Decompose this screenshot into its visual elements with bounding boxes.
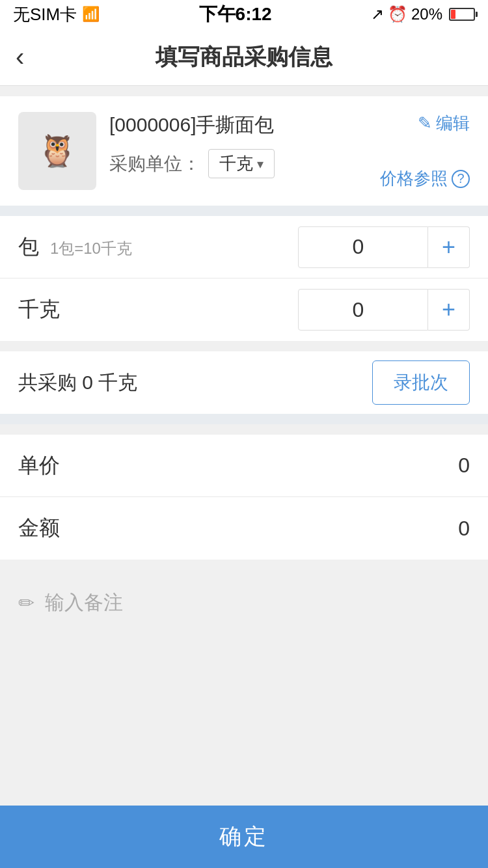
product-image: 🦉 — [18, 112, 96, 190]
location-icon: ↗ — [371, 5, 384, 23]
status-left: 无SIM卡 📶 — [13, 3, 100, 26]
unit-price-row: 单价 0 — [0, 435, 488, 497]
unit-price-value: 0 — [458, 454, 470, 478]
amount-label: 金额 — [18, 514, 60, 543]
amount-value: 0 — [458, 517, 470, 541]
price-ref-label: 价格参照 — [380, 167, 448, 190]
status-right: ↗ ⏰ 20% — [371, 5, 475, 23]
kg-input-wrapper: + — [298, 289, 470, 331]
edit-button[interactable]: ✎ 编辑 — [418, 112, 470, 135]
bag-input-row: 包 1包=10千克 + — [0, 216, 488, 278]
price-ref-button[interactable]: 价格参照 ? — [380, 167, 470, 190]
unit-selector[interactable]: 千克 ▾ — [208, 149, 275, 178]
back-button[interactable]: ‹ — [16, 42, 24, 72]
kg-label: 千克 — [18, 295, 298, 324]
bag-plus-button[interactable]: + — [428, 226, 470, 268]
input-section: 包 1包=10千克 + 千克 + — [0, 216, 488, 341]
notes-section[interactable]: ✏ 输入备注 — [0, 570, 488, 635]
summary-row: 共采购 0 千克 录批次 — [0, 351, 488, 414]
kg-input-row: 千克 + — [0, 278, 488, 341]
divider-2 — [0, 414, 488, 424]
page-title: 填写商品采购信息 — [156, 42, 332, 72]
carrier-text: 无SIM卡 — [13, 3, 77, 26]
bag-input[interactable] — [298, 226, 428, 268]
confirm-button[interactable]: 确定 — [0, 806, 488, 868]
battery-icon — [449, 8, 475, 21]
edit-label: 编辑 — [436, 112, 470, 135]
price-section: 单价 0 金额 0 — [0, 435, 488, 560]
bag-input-wrapper: + — [298, 226, 470, 268]
summary-section: 共采购 0 千克 录批次 — [0, 351, 488, 414]
record-batch-button[interactable]: 录批次 — [372, 360, 470, 405]
kg-plus-button[interactable]: + — [428, 289, 470, 331]
nav-bar: ‹ 填写商品采购信息 — [0, 29, 488, 86]
battery-text: 20% — [411, 5, 442, 23]
divider-1 — [0, 206, 488, 216]
product-card: 🦉 [0000006]手撕面包 采购单位： 千克 ▾ ✎ 编辑 价格参照 ? — [0, 96, 488, 206]
question-icon: ? — [452, 170, 470, 188]
summary-text: 共采购 0 千克 — [18, 370, 137, 396]
bottom-space — [0, 635, 488, 830]
status-bar: 无SIM卡 📶 下午6:12 ↗ ⏰ 20% — [0, 0, 488, 29]
unit-price-label: 单价 — [18, 452, 60, 480]
unit-value: 千克 — [219, 152, 253, 175]
wifi-icon: 📶 — [82, 6, 100, 23]
notes-placeholder: 输入备注 — [45, 590, 123, 616]
kg-input[interactable] — [298, 289, 428, 331]
bag-label: 包 1包=10千克 — [18, 233, 298, 262]
amount-row: 金额 0 — [0, 497, 488, 560]
status-time: 下午6:12 — [199, 2, 272, 27]
unit-label: 采购单位： — [109, 152, 200, 176]
chevron-down-icon: ▾ — [257, 156, 264, 172]
product-name: [0000006]手撕面包 — [109, 112, 470, 139]
alarm-icon: ⏰ — [388, 5, 407, 23]
pencil-icon: ✏ — [18, 591, 34, 614]
bag-sublabel: 1包=10千克 — [50, 239, 132, 257]
product-owl-icon: 🦉 — [38, 133, 77, 169]
edit-icon: ✎ — [418, 113, 432, 133]
